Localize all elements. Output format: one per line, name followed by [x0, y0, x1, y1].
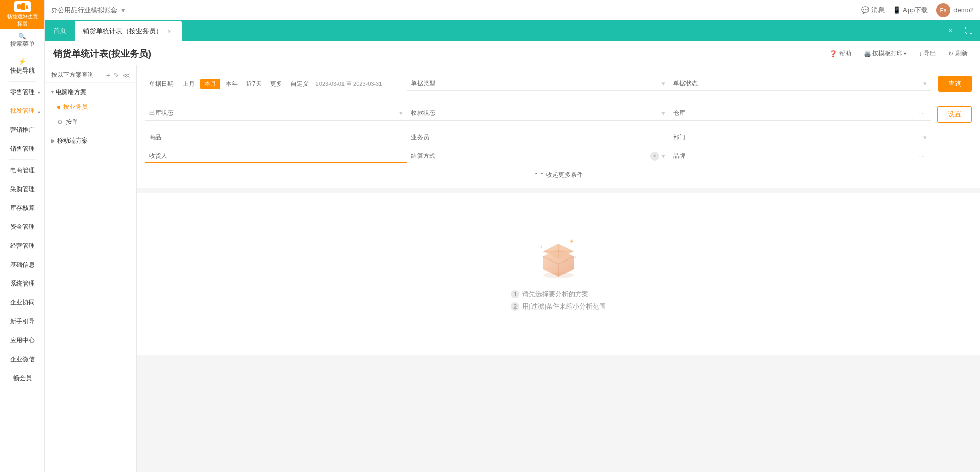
- sidebar-item-system[interactable]: 系统管理: [0, 274, 44, 293]
- filter-date-field: 单据日期 上月 本月 本年 近7天 更多 自定义 2023-03-01 至 20…: [145, 79, 407, 89]
- sidebar-search[interactable]: 🔍 搜索菜单: [0, 29, 44, 53]
- filter-row-3: 商品 ··· 业务员 ··· 部门 ▾: [145, 131, 972, 145]
- empty-state-illustration: ✦ ✦ ✦: [533, 233, 584, 279]
- tree-item-mobile[interactable]: ▶ 移动端方案: [45, 133, 136, 148]
- brand-label: 品牌: [673, 152, 704, 160]
- body-layout: 按以下方案查询 + ✎ ≪ ▾ 电脑端方案 按业: [45, 65, 980, 472]
- brand-ellipsis-icon: ···: [919, 153, 927, 159]
- sidebar-item-wholesale[interactable]: 批发管理 ▴: [0, 102, 44, 121]
- window-close-icon[interactable]: ×: [943, 23, 958, 38]
- breadcrumb-text: 办公用品行业模拟账套: [51, 6, 117, 15]
- window-expand-icon[interactable]: ⛶: [962, 23, 976, 38]
- left-panel: 按以下方案查询 + ✎ ≪ ▾ 电脑端方案 按业: [45, 65, 137, 472]
- page-header-actions: ❓ 帮助 🖨️ 按模板打印 ▾ ↓ 导出 ↻ 刷新: [825, 47, 972, 65]
- warehouse-ellipsis-icon: ···: [919, 110, 927, 116]
- avatar: Ea: [936, 3, 950, 17]
- help-button[interactable]: ❓ 帮助: [825, 47, 855, 60]
- sidebar-item-quick-nav[interactable]: ⚡ 快捷导航: [0, 53, 44, 80]
- sidebar-item-newbie[interactable]: 新手引导: [0, 312, 44, 331]
- sidebar-item-ecommerce[interactable]: 电商管理: [0, 161, 44, 180]
- breadcrumb-arrow-icon: ▾: [121, 6, 125, 14]
- shortcut-this-month[interactable]: 本月: [200, 79, 220, 89]
- main-area: 办公用品行业模拟账套 ▾ 💬 消息 📱 App下载 Ea demo2 首页 销货…: [45, 0, 980, 472]
- shortcut-this-year[interactable]: 本年: [223, 79, 241, 89]
- empty-state: ✦ ✦ ✦ 1 请先选择要分析的方案 2 用[过滤]条件来缩小分析范围: [137, 193, 980, 355]
- shortcut-7days[interactable]: 近7天: [243, 79, 265, 89]
- filter-receiver-field[interactable]: 收货人 ···: [145, 149, 407, 163]
- tree-item-pc[interactable]: ▾ 电脑端方案: [45, 85, 136, 100]
- filter-warehouse-field[interactable]: 仓库 ···: [669, 106, 931, 121]
- export-icon: ↓: [919, 50, 922, 57]
- receipt-status-arrow-icon: ▾: [662, 109, 665, 117]
- sidebar-item-retail[interactable]: 零售管理 ▾: [0, 83, 44, 102]
- divider-1: [9, 81, 35, 82]
- collapse-filter-bar[interactable]: ⌃⌃ 收起更多条件: [145, 168, 972, 182]
- right-panel: 单据日期 上月 本月 本年 近7天 更多 自定义 2023-03-01 至 20…: [137, 65, 980, 472]
- receiver-label: 收货人: [149, 152, 180, 160]
- filter-doc-status-field[interactable]: 单据状态 ▾: [669, 77, 931, 91]
- sidebar-item-app-center[interactable]: 应用中心: [0, 331, 44, 350]
- logo-subtitle: 标版: [17, 20, 28, 28]
- shortcut-more[interactable]: 更多: [267, 79, 285, 89]
- filter-settlement-field[interactable]: 结算方式 × ▾: [407, 149, 669, 163]
- tab-home[interactable]: 首页: [45, 20, 75, 41]
- sidebar-item-member[interactable]: 畅会员: [0, 369, 44, 388]
- logo-image: [14, 1, 31, 12]
- collapse-up-icon: ⌃⌃: [534, 172, 544, 179]
- filter-receipt-status-field[interactable]: 收款状态 ▾: [407, 106, 669, 121]
- shortcut-custom[interactable]: 自定义: [287, 79, 312, 89]
- sidebar-item-finance[interactable]: 资金管理: [0, 218, 44, 237]
- action-column-2: 设置: [931, 100, 972, 127]
- mobile-icon: 📱: [893, 6, 901, 14]
- app-download-button[interactable]: 📱 App下载: [893, 6, 928, 15]
- filter-row-2: 出库状态 ▾ 收款状态 ▾ 仓库 ···: [145, 100, 972, 127]
- salesperson-ellipsis-icon: ···: [657, 135, 665, 141]
- tabs-bar-actions: × ⛶: [943, 23, 980, 38]
- sidebar-item-inventory[interactable]: 库存核算: [0, 199, 44, 218]
- sidebar-item-basic[interactable]: 基础信息: [0, 255, 44, 274]
- refresh-button[interactable]: ↻ 刷新: [944, 47, 972, 60]
- filter-department-field[interactable]: 部门 ▾: [669, 131, 931, 145]
- message-button[interactable]: 💬 消息: [861, 6, 885, 15]
- sidebar-item-enterprise[interactable]: 企业协同: [0, 293, 44, 312]
- svg-text:✦: ✦: [539, 244, 543, 250]
- sidebar-item-wechat[interactable]: 企业微信: [0, 350, 44, 369]
- settlement-label: 结算方式: [411, 152, 442, 160]
- print-button[interactable]: 🖨️ 按模板打印 ▾: [860, 47, 911, 60]
- warehouse-label: 仓库: [673, 109, 704, 117]
- divider-2: [9, 159, 35, 160]
- page-header: 销货单统计表(按业务员) ❓ 帮助 🖨️ 按模板打印 ▾ ↓ 导出 ↻ 刷新: [45, 41, 980, 65]
- edit-scheme-icon[interactable]: ✎: [113, 71, 119, 79]
- svg-rect-0: [17, 4, 21, 9]
- tree-item-salesperson[interactable]: 按业务员: [57, 100, 136, 114]
- filter-out-status-field[interactable]: 出库状态 ▾: [145, 106, 407, 121]
- sidebar-item-purchase[interactable]: 采购管理: [0, 180, 44, 199]
- filter-row-1: 单据日期 上月 本月 本年 近7天 更多 自定义 2023-03-01 至 20…: [145, 72, 972, 96]
- date-shortcuts: 上月 本月 本年 近7天 更多 自定义 2023-03-01 至 2023-03…: [180, 79, 382, 89]
- export-button[interactable]: ↓ 导出: [915, 47, 940, 60]
- message-icon: 💬: [861, 6, 869, 14]
- sidebar-item-sales[interactable]: 销售管理: [0, 139, 44, 158]
- app-logo[interactable]: 畅捷通好生意 标版: [0, 0, 45, 29]
- tab-salesperson-report[interactable]: 销货单统计表（按业务员） ×: [75, 21, 182, 41]
- tree-expand-mobile-icon: ▶: [51, 138, 55, 144]
- doc-type-label: 单据类型: [411, 79, 442, 88]
- svg-rect-2: [26, 5, 28, 9]
- setting-button[interactable]: 设置: [937, 106, 972, 123]
- user-profile-button[interactable]: Ea demo2: [936, 3, 974, 17]
- filter-goods-field[interactable]: 商品 ···: [145, 131, 407, 145]
- tab-close-icon[interactable]: ×: [165, 27, 174, 35]
- collapse-panel-icon[interactable]: ≪: [122, 71, 130, 79]
- filter-salesperson-field[interactable]: 业务员 ···: [407, 131, 669, 145]
- chevron-down-icon: ▾: [38, 89, 40, 95]
- query-button[interactable]: 查询: [938, 76, 972, 92]
- sidebar-item-marketing[interactable]: 营销推广: [0, 121, 44, 139]
- filter-brand-field[interactable]: 品牌 ···: [669, 149, 931, 163]
- sidebar-item-operations[interactable]: 经营管理: [0, 237, 44, 255]
- shortcut-last-month[interactable]: 上月: [180, 79, 198, 89]
- settlement-clear-icon[interactable]: ×: [650, 152, 659, 161]
- filter-doc-type-field[interactable]: 单据类型 ▾: [407, 77, 669, 91]
- tree-item-order[interactable]: ⚙ 按单: [57, 114, 136, 129]
- add-scheme-icon[interactable]: +: [106, 71, 110, 79]
- filter-section: 单据日期 上月 本月 本年 近7天 更多 自定义 2023-03-01 至 20…: [137, 65, 980, 188]
